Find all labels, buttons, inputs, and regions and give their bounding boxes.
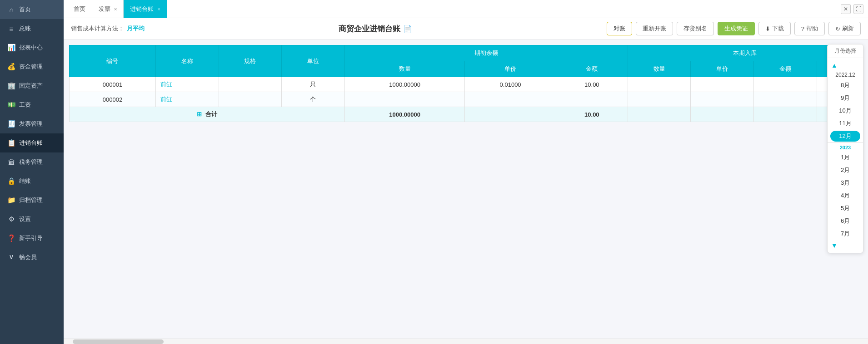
sidebar-item-ledger[interactable]: ≡ 总账 [0, 19, 64, 38]
sidebar-item-label: 进销台账 [19, 139, 43, 147]
maximize-window-button[interactable]: ⛶ [853, 4, 863, 14]
col-header-spec: 规格 [219, 45, 282, 77]
month-item-1[interactable]: 1月 [828, 151, 863, 164]
table-container: 编号 名称 规格 单位 期初余额 本期入库 数量 单价 金额 数量 单价 金额 [64, 39, 868, 339]
save-as-button[interactable]: 存货别名 [677, 22, 714, 35]
month-item-2[interactable]: 2月 [828, 164, 863, 177]
month-item-12[interactable]: 12月 [830, 131, 860, 142]
cell-in-amount [754, 92, 817, 107]
month-nav-down-button[interactable]: ▼ [831, 242, 838, 249]
sidebar-item-archive[interactable]: 📁 归档管理 [0, 191, 64, 210]
cell-in-amount [754, 77, 817, 92]
generate-voucher-button[interactable]: 生成凭证 [718, 22, 755, 35]
month-item-10[interactable]: 10月 [828, 104, 863, 117]
window-controls: ✕ ⛶ [836, 0, 868, 18]
help-button[interactable]: ? 帮助 [794, 22, 825, 35]
sub-header-opening-amount: 金额 [556, 61, 628, 77]
ledger-icon: ≡ [7, 25, 15, 33]
cell-opening-amount: 10.00 [556, 77, 628, 92]
sidebar-item-assets[interactable]: 🏢 固定资产 [0, 76, 64, 95]
tab-purchase-sales-label: 进销台账 [130, 5, 154, 13]
sidebar-item-closing[interactable]: 🔒 结账 [0, 172, 64, 191]
total-row: ⊞ 合计 1000.00000 10.00 [70, 107, 863, 122]
sidebar-item-purchase-sales[interactable]: 📋 进销台账 [0, 133, 64, 152]
sidebar-item-label: 新手引导 [19, 234, 43, 242]
cell-name: 前缸 [155, 77, 219, 92]
sub-header-in-price: 单价 [691, 61, 754, 77]
month-item-8[interactable]: 8月 [828, 79, 863, 92]
cost-method-label: 销售成本计算方法： [71, 25, 124, 33]
cell-unit: 只 [282, 77, 345, 92]
sidebar-item-label: 税务管理 [19, 158, 43, 166]
reconcile-button[interactable]: 对账 [607, 22, 632, 35]
sidebar-item-label: 结账 [19, 177, 31, 185]
month-item-7[interactable]: 7月 [828, 227, 863, 240]
year-2023-label: 2023 [828, 144, 863, 151]
total-in-qty [628, 107, 691, 122]
total-in-amount [754, 107, 817, 122]
month-item-9[interactable]: 9月 [828, 92, 863, 104]
sidebar-item-tax[interactable]: 🏛 税务管理 [0, 152, 64, 172]
total-opening-amount: 10.00 [556, 107, 628, 122]
cell-opening-qty [344, 92, 465, 107]
total-label-cell: ⊞ 合计 [70, 107, 345, 122]
table-row: 000001 前缸 只 1000.00000 0.01000 10.00 [70, 77, 863, 92]
refresh-button[interactable]: ↻ 刷新 [828, 22, 861, 35]
closing-icon: 🔒 [7, 177, 15, 185]
sidebar-item-label: 发票管理 [19, 120, 43, 128]
page-title: 商贸企业进销台账 [339, 24, 400, 34]
col-header-name: 名称 [155, 45, 219, 77]
sidebar-item-settings[interactable]: ⚙ 设置 [0, 210, 64, 229]
month-item-5[interactable]: 5月 [828, 202, 863, 215]
sidebar-item-home[interactable]: ⌂ 首页 [0, 0, 64, 19]
page-title-area: 商贸企业进销台账 📄 [339, 24, 412, 34]
sidebar-item-reports[interactable]: 📊 报表中心 [0, 38, 64, 57]
sidebar-item-invoice-mgmt[interactable]: 🧾 发票管理 [0, 114, 64, 133]
home-icon: ⌂ [7, 6, 15, 14]
assets-icon: 🏢 [7, 82, 15, 90]
download-icon: ⬇ [765, 25, 770, 32]
month-panel-header: 月份选择 [828, 44, 863, 58]
tab-purchase-sales[interactable]: 进销台账 × [124, 0, 167, 18]
download-button[interactable]: ⬇ 下载 [758, 22, 791, 35]
reports-icon: 📊 [7, 44, 15, 52]
sidebar-item-salary[interactable]: 💵 工资 [0, 95, 64, 114]
sidebar-item-label: 总账 [19, 25, 31, 33]
sidebar-item-label: 报表中心 [19, 44, 43, 52]
month-nav-up-button[interactable]: ▲ [831, 62, 838, 69]
cell-opening-amount [556, 92, 628, 107]
sub-header-opening-price: 单价 [465, 61, 556, 77]
cell-code: 000002 [70, 92, 156, 107]
close-window-button[interactable]: ✕ [841, 4, 851, 14]
month-item-4[interactable]: 4月 [828, 189, 863, 202]
month-item-3[interactable]: 3月 [828, 177, 863, 189]
total-opening-price [465, 107, 556, 122]
cell-opening-qty: 1000.00000 [344, 77, 465, 92]
sidebar-item-label: 工资 [19, 101, 31, 109]
cell-in-price [691, 92, 754, 107]
reopen-button[interactable]: 重新开账 [636, 22, 673, 35]
sidebar-item-funds[interactable]: 💰 资金管理 [0, 57, 64, 76]
cost-method-value: 月平均 [127, 25, 145, 33]
tab-invoice[interactable]: 发票 × [92, 0, 124, 18]
cell-spec [219, 77, 282, 92]
month-item-6[interactable]: 6月 [828, 215, 863, 227]
sub-header-opening-qty: 数量 [344, 61, 465, 77]
sidebar-item-label: 畅会员 [19, 253, 37, 261]
month-item-11[interactable]: 11月 [828, 117, 863, 130]
cost-method-info: 销售成本计算方法： 月平均 [71, 25, 145, 33]
tab-invoice-close[interactable]: × [114, 6, 117, 12]
sidebar-item-guide[interactable]: ❓ 新手引导 [0, 229, 64, 248]
col-header-code: 编号 [70, 45, 156, 77]
content-area: 销售成本计算方法： 月平均 商贸企业进销台账 📄 对账 重新开账 存货别名 生成… [64, 18, 868, 344]
sidebar-item-label: 资金管理 [19, 63, 43, 71]
sidebar-item-member[interactable]: V 畅会员 [0, 248, 64, 267]
tab-home[interactable]: 首页 [67, 0, 92, 18]
toolbar-actions: 对账 重新开账 存货别名 生成凭证 ⬇ 下载 ? 帮助 ↻ 刷新 [607, 22, 861, 35]
tab-purchase-sales-close[interactable]: × [157, 6, 160, 12]
month-nav-down: ▼ [828, 240, 863, 251]
sidebar-item-label: 归档管理 [19, 196, 43, 204]
cell-name: 前缸 [155, 92, 219, 107]
horizontal-scrollbar[interactable] [64, 339, 868, 344]
archive-icon: 📁 [7, 196, 15, 204]
